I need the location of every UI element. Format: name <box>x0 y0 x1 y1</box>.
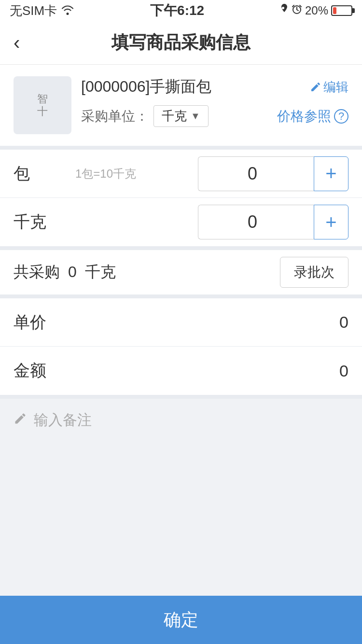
bag-input-wrapper: + <box>198 156 348 191</box>
product-logo: 智 十 <box>37 93 48 118</box>
battery-icon <box>331 5 352 16</box>
summary-row: 共采购 0 千克 录批次 <box>0 250 362 298</box>
bag-sublabel: 1包=10千克 <box>75 166 136 182</box>
kg-label: 千克 <box>14 211 71 233</box>
battery-percent: 20% <box>305 4 328 17</box>
unit-select[interactable]: 千克 ▼ <box>153 105 209 127</box>
summary-text: 共采购 0 千克 <box>14 262 116 283</box>
content-spacer <box>0 442 362 606</box>
confirm-button[interactable]: 确定 <box>0 596 362 644</box>
unit-price-label: 单价 <box>14 311 46 334</box>
product-card: 智 十 [0000006]手撕面包 编辑 采购单位： 千克 ▼ 价格参照 <box>0 65 362 150</box>
kg-input-wrapper: + <box>198 205 348 239</box>
unit-price-value: 0 <box>339 313 348 332</box>
wifi-icon <box>61 3 74 18</box>
page-title: 填写商品采购信息 <box>111 31 251 55</box>
bag-input[interactable] <box>198 156 314 191</box>
product-info: [0000006]手撕面包 编辑 采购单位： 千克 ▼ 价格参照 ? <box>81 76 348 127</box>
status-bar-right: 20% <box>280 4 352 17</box>
batch-button[interactable]: 录批次 <box>280 257 348 288</box>
product-image: 智 十 <box>14 76 71 134</box>
kg-input-row: 千克 + <box>0 198 362 246</box>
status-bar: 无SIM卡 下午6:12 20% <box>0 0 362 21</box>
remarks-section[interactable]: 输入备注 <box>0 399 362 442</box>
product-name: [0000006]手撕面包 <box>81 76 211 98</box>
bag-input-row: 包 1包=10千克 + <box>0 150 362 198</box>
purchase-unit-row: 采购单位： 千克 ▼ 价格参照 ? <box>81 105 348 127</box>
chevron-down-icon: ▼ <box>191 111 200 122</box>
bag-plus-button[interactable]: + <box>314 156 348 191</box>
status-bar-time: 下午6:12 <box>150 1 204 20</box>
summary-amount: 0 <box>68 263 77 280</box>
remarks-placeholder[interactable]: 输入备注 <box>34 410 92 430</box>
carrier-label: 无SIM卡 <box>10 2 57 19</box>
amount-row: 金额 0 <box>0 347 362 395</box>
price-section: 单价 0 金额 0 <box>0 298 362 399</box>
kg-input[interactable] <box>198 205 314 239</box>
kg-plus-button[interactable]: + <box>314 205 348 239</box>
svg-line-2 <box>297 10 298 11</box>
input-section: 包 1包=10千克 + 千克 + <box>0 150 362 250</box>
pencil-icon <box>14 412 27 429</box>
amount-value: 0 <box>339 362 348 380</box>
back-button[interactable]: ‹ <box>14 32 20 54</box>
help-icon: ? <box>334 109 348 124</box>
product-name-row: [0000006]手撕面包 编辑 <box>81 76 348 98</box>
price-ref-button[interactable]: 价格参照 ? <box>277 107 348 126</box>
location-icon <box>280 4 289 17</box>
purchase-unit-label: 采购单位： <box>81 107 149 126</box>
status-bar-left: 无SIM卡 <box>10 2 74 19</box>
unit-price-row: 单价 0 <box>0 298 362 347</box>
bag-label: 包 <box>14 163 71 185</box>
alarm-icon <box>292 4 302 17</box>
edit-button[interactable]: 编辑 <box>310 79 348 96</box>
confirm-label: 确定 <box>164 608 198 632</box>
nav-bar: ‹ 填写商品采购信息 <box>0 21 362 65</box>
amount-label: 金额 <box>14 360 46 382</box>
